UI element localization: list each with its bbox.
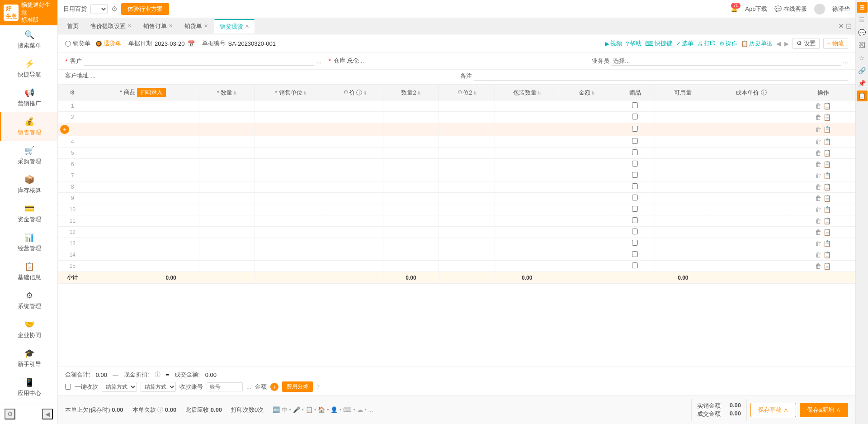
- select-doc-link[interactable]: ✓ 选单: [676, 39, 693, 48]
- account-input[interactable]: [207, 382, 243, 391]
- amount-cell[interactable]: [559, 112, 615, 123]
- amount-cell[interactable]: [559, 123, 615, 136]
- qty-cell[interactable]: [199, 249, 255, 261]
- price-cell[interactable]: [327, 181, 383, 193]
- calculation-method-select[interactable]: 结算方式: [141, 382, 176, 392]
- gift-cell[interactable]: [615, 227, 655, 238]
- sort-icon-unit[interactable]: ⇅: [303, 91, 307, 95]
- sidebar-item-1[interactable]: ⚡快捷导航: [0, 54, 57, 83]
- delete-row-btn[interactable]: 🗑: [815, 172, 821, 179]
- pack-qty-cell[interactable]: [495, 193, 559, 204]
- gift-cell[interactable]: [615, 181, 655, 193]
- price-cell[interactable]: [327, 215, 383, 227]
- gift-checkbox[interactable]: [632, 161, 638, 167]
- unit2-cell[interactable]: [439, 238, 495, 249]
- unit2-cell[interactable]: [439, 170, 495, 181]
- gift-cell[interactable]: [615, 249, 655, 261]
- pack-qty-cell[interactable]: [495, 238, 559, 249]
- unit-cell[interactable]: [255, 193, 327, 204]
- gift-checkbox[interactable]: [632, 102, 638, 108]
- price-cell[interactable]: [327, 238, 383, 249]
- copy-row-btn[interactable]: 📋: [823, 195, 831, 202]
- settlement-method-select[interactable]: 结算方式: [102, 382, 137, 392]
- available-cell[interactable]: [655, 249, 711, 261]
- add-account-btn[interactable]: +: [270, 383, 278, 391]
- salesperson-dots[interactable]: ...: [843, 57, 848, 65]
- sidebar-item-8[interactable]: 📋基础信息: [0, 257, 57, 286]
- copy-row-btn[interactable]: 📋: [823, 172, 831, 179]
- sort-icon-pack_qty[interactable]: ⇅: [538, 91, 541, 95]
- qty2-cell[interactable]: [383, 249, 439, 261]
- unit2-cell[interactable]: [439, 112, 495, 123]
- tab-close-4[interactable]: ✕: [245, 24, 249, 29]
- qty2-cell[interactable]: [383, 215, 439, 227]
- settings-col-icon[interactable]: ⚙: [70, 89, 75, 96]
- radio-sale[interactable]: 销货单: [65, 39, 90, 48]
- tab-2[interactable]: 销售订单✕: [138, 19, 178, 33]
- unit2-cell[interactable]: [439, 249, 495, 261]
- available-cell[interactable]: [655, 238, 711, 249]
- unit2-cell[interactable]: [439, 215, 495, 227]
- shortcut-link[interactable]: ⌨ 快捷键: [645, 39, 672, 48]
- amount-cell[interactable]: [559, 204, 615, 215]
- close-window-btn[interactable]: ✕: [838, 22, 844, 30]
- cost-price-cell[interactable]: [711, 136, 791, 148]
- delete-row-btn[interactable]: 🗑: [815, 161, 821, 168]
- copy-row-btn[interactable]: 📋: [823, 149, 831, 157]
- cost-price-cell[interactable]: [711, 249, 791, 261]
- sidebar-item-5[interactable]: 📦库存核算: [0, 170, 57, 199]
- gift-checkbox[interactable]: [632, 229, 638, 234]
- gift-checkbox[interactable]: [632, 217, 638, 223]
- price-cell[interactable]: [327, 170, 383, 181]
- available-cell[interactable]: [655, 136, 711, 148]
- rp-star-icon[interactable]: ☆: [857, 52, 868, 63]
- experience-btn[interactable]: 体验行业方案: [121, 3, 169, 15]
- available-cell[interactable]: [655, 193, 711, 204]
- product-cell[interactable]: [87, 204, 199, 215]
- qty2-cell[interactable]: [383, 159, 439, 170]
- amount-cell[interactable]: [559, 227, 615, 238]
- cost-price-cell[interactable]: [711, 193, 791, 204]
- delete-row-btn[interactable]: 🗑: [815, 138, 821, 145]
- price-cell[interactable]: [327, 159, 383, 170]
- unit-cell[interactable]: [255, 123, 327, 136]
- gift-cell[interactable]: [615, 136, 655, 148]
- gift-cell[interactable]: [615, 204, 655, 215]
- unit2-cell[interactable]: [439, 227, 495, 238]
- qty2-cell[interactable]: [383, 204, 439, 215]
- amount-cell[interactable]: [559, 238, 615, 249]
- collapse-sidebar-btn[interactable]: ◀: [42, 409, 53, 419]
- qty-cell[interactable]: [199, 238, 255, 249]
- gift-checkbox[interactable]: [632, 126, 638, 132]
- pack-qty-cell[interactable]: [495, 123, 559, 136]
- gift-checkbox[interactable]: [632, 114, 638, 119]
- available-cell[interactable]: [655, 159, 711, 170]
- pack-qty-cell[interactable]: [495, 181, 559, 193]
- available-cell[interactable]: [655, 215, 711, 227]
- qty-cell[interactable]: [199, 193, 255, 204]
- rp-grid-icon[interactable]: ⊞: [857, 2, 868, 13]
- gift-cell[interactable]: [615, 100, 655, 112]
- maximize-window-btn[interactable]: ⊡: [846, 22, 852, 30]
- product-cell[interactable]: [87, 136, 199, 148]
- delete-row-btn[interactable]: 🗑: [815, 251, 821, 258]
- product-cell[interactable]: [87, 100, 199, 112]
- qty-cell[interactable]: [199, 181, 255, 193]
- qty2-cell[interactable]: [383, 227, 439, 238]
- prev-doc-btn[interactable]: ◀: [776, 40, 781, 47]
- module-select[interactable]: [90, 4, 108, 14]
- unit-cell[interactable]: [255, 136, 327, 148]
- amount-cell[interactable]: [559, 100, 615, 112]
- delete-row-btn[interactable]: 🗑: [815, 149, 821, 157]
- sort-icon-amount[interactable]: ⇅: [591, 91, 595, 95]
- copy-row-btn[interactable]: 📋: [823, 114, 831, 121]
- cost-price-cell[interactable]: [711, 159, 791, 170]
- amount-cell[interactable]: [559, 136, 615, 148]
- delete-row-btn[interactable]: 🗑: [815, 262, 821, 270]
- customer-input[interactable]: [84, 57, 314, 66]
- unit-cell[interactable]: [255, 238, 327, 249]
- delete-row-btn[interactable]: 🗑: [815, 195, 821, 202]
- unit-cell[interactable]: [255, 170, 327, 181]
- qty2-cell[interactable]: [383, 261, 439, 272]
- sidebar-item-10[interactable]: 🤝企业协同: [0, 315, 57, 344]
